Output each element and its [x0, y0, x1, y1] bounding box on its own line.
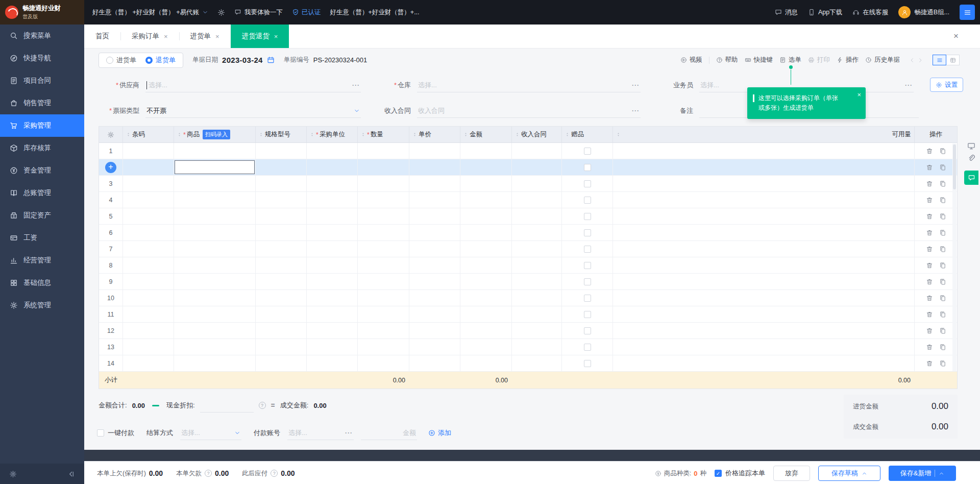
- sort-icon[interactable]: [310, 131, 314, 138]
- cell-price[interactable]: [409, 159, 460, 176]
- table-row-1[interactable]: 1: [99, 143, 957, 159]
- column-header-amount[interactable]: 金额: [460, 127, 512, 142]
- cell-available[interactable]: [613, 257, 915, 274]
- cell-qty[interactable]: [358, 159, 409, 176]
- cell-product[interactable]: [174, 290, 256, 306]
- table-scrollbar[interactable]: [952, 143, 957, 371]
- cell-available[interactable]: [613, 192, 915, 208]
- sidebar-settings-icon[interactable]: [9, 470, 17, 478]
- cell-product[interactable]: [174, 274, 256, 290]
- gift-checkbox[interactable]: [584, 295, 591, 302]
- save-new-button[interactable]: 保存&新增: [889, 466, 956, 481]
- settings-button[interactable]: 设置: [930, 78, 963, 92]
- table-row-8[interactable]: 8: [99, 257, 957, 274]
- calendar-icon[interactable]: [267, 56, 275, 64]
- collapsed-bottom-panel[interactable]: [84, 450, 980, 461]
- warehouse-picker-icon[interactable]: [632, 82, 640, 89]
- sort-icon[interactable]: [177, 131, 182, 138]
- cell-available[interactable]: [613, 274, 915, 290]
- cell-spec[interactable]: [256, 241, 307, 257]
- sidebar-item-project-contract[interactable]: 项目合同: [0, 69, 84, 92]
- copy-row-icon[interactable]: [939, 180, 946, 187]
- cell-contract[interactable]: [512, 306, 562, 323]
- cell-price[interactable]: [409, 290, 460, 306]
- delete-row-icon[interactable]: [926, 262, 933, 269]
- delete-row-icon[interactable]: [926, 164, 933, 171]
- cell-qty[interactable]: [358, 257, 409, 274]
- cell-available[interactable]: [613, 290, 915, 306]
- help-icon[interactable]: [271, 470, 278, 477]
- cell-price[interactable]: [409, 306, 460, 323]
- pay-account-input[interactable]: 选择...: [287, 426, 354, 440]
- online-service-button[interactable]: 在线客服: [852, 8, 888, 17]
- certified-badge[interactable]: 已认证: [292, 8, 321, 17]
- account-picker-icon[interactable]: [345, 429, 353, 437]
- delete-row-icon[interactable]: [926, 180, 933, 187]
- cell-product[interactable]: [174, 241, 256, 257]
- scrollbar-thumb[interactable]: [953, 144, 956, 189]
- table-column-settings-icon[interactable]: [99, 127, 123, 142]
- table-row-14[interactable]: 14: [99, 355, 957, 372]
- save-draft-button[interactable]: 保存草稿: [818, 466, 880, 481]
- cell-amount[interactable]: [460, 355, 512, 372]
- copy-row-icon[interactable]: [939, 344, 946, 351]
- cell-unit[interactable]: [307, 176, 358, 192]
- copy-row-icon[interactable]: [939, 246, 946, 253]
- cell-contract[interactable]: [512, 192, 562, 208]
- delete-row-icon[interactable]: [926, 295, 933, 302]
- cell-unit[interactable]: [307, 257, 358, 274]
- chevron-down-icon[interactable]: [354, 108, 360, 114]
- gift-checkbox[interactable]: [584, 180, 591, 187]
- gift-checkbox[interactable]: [584, 246, 591, 253]
- cell-amount[interactable]: [460, 176, 512, 192]
- cell-product[interactable]: [174, 339, 256, 355]
- cell-product[interactable]: [174, 257, 256, 274]
- cell-contract[interactable]: [512, 225, 562, 241]
- sort-icon[interactable]: [515, 131, 520, 138]
- cell-qty[interactable]: [358, 241, 409, 257]
- cell-available[interactable]: [613, 176, 915, 192]
- cell-qty[interactable]: [358, 274, 409, 290]
- table-row-6[interactable]: 6: [99, 225, 957, 241]
- income-contract-input[interactable]: 收入合同: [417, 104, 641, 118]
- cell-spec[interactable]: [256, 306, 307, 323]
- cell-barcode[interactable]: [123, 241, 174, 257]
- toolbar-history-button[interactable]: 历史单据: [865, 56, 900, 64]
- gift-checkbox[interactable]: [584, 327, 591, 334]
- salesman-picker-icon[interactable]: [905, 82, 913, 89]
- cell-barcode[interactable]: [123, 306, 174, 323]
- cell-contract[interactable]: [512, 257, 562, 274]
- tab-close-icon[interactable]: [274, 33, 278, 40]
- delete-row-icon[interactable]: [926, 213, 933, 220]
- tab-home[interactable]: 首页: [84, 25, 120, 48]
- product-cell-editor[interactable]: [175, 160, 255, 174]
- cell-available[interactable]: [613, 306, 915, 323]
- toolbar-hotkey-button[interactable]: 快捷键: [745, 56, 773, 64]
- column-header-qty[interactable]: *数量: [358, 127, 409, 142]
- table-row-3[interactable]: 3: [99, 176, 957, 192]
- cell-spec[interactable]: [256, 192, 307, 208]
- next-doc-icon[interactable]: [917, 57, 923, 63]
- copy-row-icon[interactable]: [939, 229, 946, 236]
- column-header-gift[interactable]: 赠品: [562, 127, 613, 142]
- cell-spec[interactable]: [256, 290, 307, 306]
- cell-qty[interactable]: [358, 143, 409, 159]
- panel-view-toggle[interactable]: [946, 55, 960, 65]
- delete-row-icon[interactable]: [926, 197, 933, 204]
- cell-barcode[interactable]: [123, 192, 174, 208]
- tooltip-close-icon[interactable]: [857, 91, 861, 98]
- pay-amount-input[interactable]: 金额: [361, 426, 417, 440]
- cell-unit[interactable]: [307, 208, 358, 225]
- help-icon[interactable]: [205, 470, 212, 477]
- prev-doc-icon[interactable]: [909, 57, 915, 63]
- cell-available[interactable]: [613, 225, 915, 241]
- cell-price[interactable]: [409, 208, 460, 225]
- monitor-icon[interactable]: [967, 142, 975, 150]
- cell-qty[interactable]: [358, 208, 409, 225]
- table-row-5[interactable]: 5: [99, 208, 957, 225]
- cell-price[interactable]: [409, 241, 460, 257]
- cell-price[interactable]: [409, 225, 460, 241]
- cell-spec[interactable]: [256, 208, 307, 225]
- cell-barcode[interactable]: [123, 290, 174, 306]
- column-header-product[interactable]: *商品扫码录入: [174, 127, 256, 142]
